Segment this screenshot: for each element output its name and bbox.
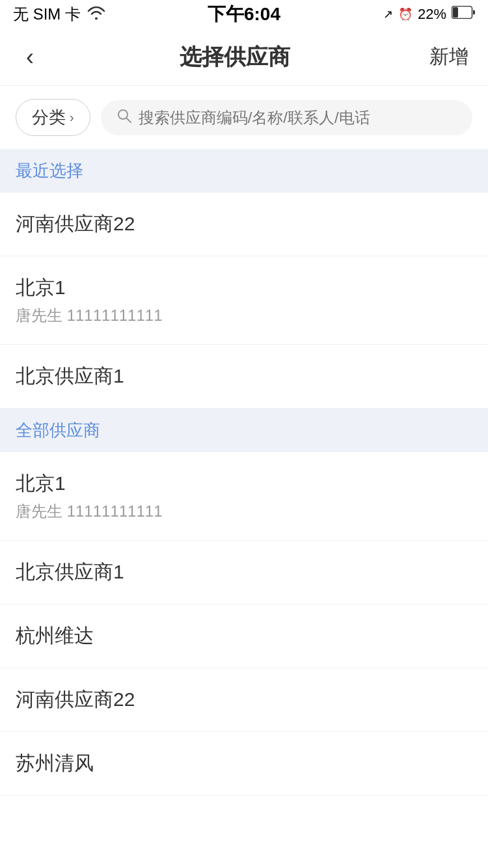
item-name: 北京1 xyxy=(16,275,472,301)
status-left: 无 SIM 卡 xyxy=(13,4,105,25)
status-right: ↗ ⏰ 22% xyxy=(383,6,475,23)
location-icon: ↗ xyxy=(383,7,393,21)
list-item[interactable]: 河南供应商22 xyxy=(0,193,488,256)
item-detail: 唐先生 11111111111 xyxy=(16,305,472,326)
item-name: 北京供应商1 xyxy=(16,363,472,390)
item-name: 杭州维达 xyxy=(16,623,472,649)
item-name: 河南供应商22 xyxy=(16,211,472,237)
all-section-header: 全部供应商 xyxy=(0,409,488,452)
battery-icon xyxy=(452,6,475,23)
status-bar: 无 SIM 卡 下午6:04 ↗ ⏰ 22% xyxy=(0,0,488,29)
item-detail: 唐先生 11111111111 xyxy=(16,501,472,522)
search-icon xyxy=(116,108,132,128)
list-item[interactable]: 北京供应商1 xyxy=(0,541,488,604)
search-box xyxy=(101,100,472,135)
nav-bar: ‹ 选择供应商 新增 xyxy=(0,29,488,86)
list-item[interactable]: 北京供应商1 xyxy=(0,345,488,409)
wifi-icon xyxy=(87,5,105,23)
add-button[interactable]: 新增 xyxy=(429,44,468,70)
category-label: 分类 xyxy=(32,106,66,129)
item-name: 河南供应商22 xyxy=(16,686,472,713)
list-item[interactable]: 北京1唐先生 11111111111 xyxy=(0,452,488,541)
status-time: 下午6:04 xyxy=(208,2,280,27)
chevron-right-icon: › xyxy=(70,110,74,125)
category-button[interactable]: 分类 › xyxy=(16,99,90,136)
all-section-label: 全部供应商 xyxy=(16,420,100,440)
all-list: 北京1唐先生 11111111111北京供应商1杭州维达河南供应商22苏州清风 xyxy=(0,452,488,796)
svg-rect-1 xyxy=(453,7,458,18)
recent-section-label: 最近选择 xyxy=(16,161,83,180)
search-input[interactable] xyxy=(139,109,457,127)
item-name: 北京1 xyxy=(16,470,472,497)
battery-text: 22% xyxy=(418,6,446,23)
list-item[interactable]: 北京1唐先生 11111111111 xyxy=(0,256,488,345)
svg-line-3 xyxy=(126,118,131,122)
list-item[interactable]: 杭州维达 xyxy=(0,604,488,668)
recent-section-header: 最近选择 xyxy=(0,149,488,193)
back-button[interactable]: ‹ xyxy=(20,37,40,77)
list-item[interactable]: 河南供应商22 xyxy=(0,668,488,732)
page-title: 选择供应商 xyxy=(180,42,290,72)
recent-list: 河南供应商22北京1唐先生 11111111111北京供应商1 xyxy=(0,193,488,409)
no-sim-text: 无 SIM 卡 xyxy=(13,4,81,25)
list-item[interactable]: 苏州清风 xyxy=(0,732,488,796)
item-name: 北京供应商1 xyxy=(16,559,472,586)
alarm-icon: ⏰ xyxy=(398,7,413,21)
item-name: 苏州清风 xyxy=(16,750,472,777)
filter-bar: 分类 › xyxy=(0,86,488,149)
